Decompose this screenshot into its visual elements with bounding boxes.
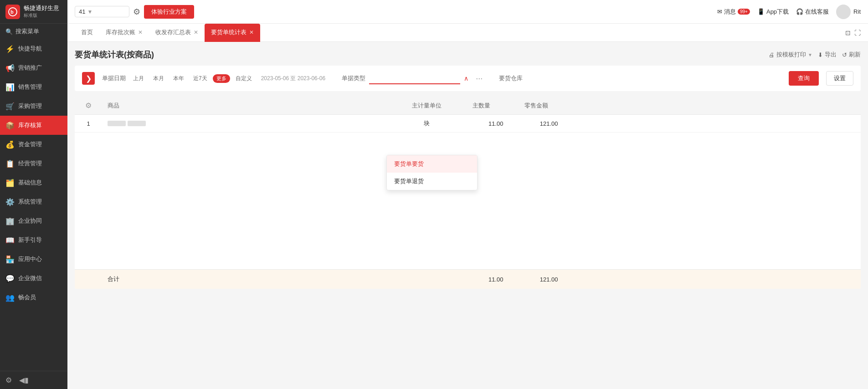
sidebar-logo: b 畅捷通好生意 标准版 xyxy=(0,0,67,24)
table-col-unit: 主计量单位 xyxy=(400,97,454,114)
member-label: 畅会员 xyxy=(18,293,36,302)
date-btn-custom[interactable]: 自定义 xyxy=(232,73,256,84)
sidebar-item-inventory[interactable]: 📦 库存核算 xyxy=(0,116,67,135)
online-service-label: 在线客服 xyxy=(805,8,829,16)
footer-cell-qty: 11.00 xyxy=(454,270,509,289)
dropdown-item-order-goods[interactable]: 要货单要货 xyxy=(387,155,477,173)
store-dropdown-arrow: ▼ xyxy=(87,9,92,15)
app-download-button[interactable]: 📱 App下载 xyxy=(757,8,789,16)
tab-receivable-summary[interactable]: 收发存汇总表 ✕ xyxy=(149,24,205,42)
date-btn-last-7-days[interactable]: 近7天 xyxy=(190,73,211,84)
tab-requisition-stats[interactable]: 要货单统计表 ✕ xyxy=(205,24,260,42)
settings-button[interactable]: 设置 xyxy=(826,71,853,86)
sidebar-item-quick-nav[interactable]: ⚡ 快捷导航 xyxy=(0,39,67,58)
table-col-amount: 零售金额 xyxy=(509,97,564,114)
print-dropdown-icon: ▼ xyxy=(808,52,812,57)
topbar: 41 ▼ ⚙ 体验行业方案 ✉ 消息 99+ 📱 App下载 🎧 在线客服 R xyxy=(67,0,868,24)
date-range-display: 2023-05-06 至 2023-06-06 xyxy=(261,75,325,82)
sidebar-item-operation[interactable]: 📋 经营管理 xyxy=(0,154,67,173)
sidebar-item-enterprise[interactable]: 🏢 企业协同 xyxy=(0,211,67,230)
type-filter-label: 单据类型 xyxy=(342,74,365,82)
sidebar-item-purchase[interactable]: 🛒 采购管理 xyxy=(0,97,67,116)
sidebar: b 畅捷通好生意 标准版 🔍 搜索菜单 ⚡ 快捷导航 📢 营销推广 📊 销售管理… xyxy=(0,0,67,389)
tab-requisition-stats-close[interactable]: ✕ xyxy=(249,29,254,36)
quick-nav-label: 快捷导航 xyxy=(18,45,42,53)
date-btn-last-month[interactable]: 上月 xyxy=(129,73,148,84)
sidebar-item-finance[interactable]: 💰 资金管理 xyxy=(0,135,67,154)
wechat-icon: 💬 xyxy=(5,274,15,283)
tab-inventory-batch-close[interactable]: ✕ xyxy=(138,29,143,36)
industry-solution-button[interactable]: 体验行业方案 xyxy=(144,5,194,19)
footer-cell-amount: 121.00 xyxy=(509,270,564,289)
tab-receivable-summary-label: 收发存汇总表 xyxy=(155,28,191,36)
data-table: ⚙ 商品 主计量单位 主数量 零售金额 1 xyxy=(75,97,861,289)
sidebar-item-basic[interactable]: 🗂️ 基础信息 xyxy=(0,173,67,192)
page-title: 要货单统计表(按商品) xyxy=(75,49,154,60)
inventory-label: 库存核算 xyxy=(18,121,42,129)
sidebar-item-member[interactable]: 👥 畅会员 xyxy=(0,288,67,307)
sidebar-item-wechat[interactable]: 💬 企业微信 xyxy=(0,269,67,288)
footer-cell-index xyxy=(75,270,102,289)
inventory-icon: 📦 xyxy=(5,121,15,130)
export-button[interactable]: ⬇ 导出 xyxy=(818,51,837,59)
table-col-extra xyxy=(564,97,861,114)
sidebar-item-system[interactable]: ⚙️ 系统管理 xyxy=(0,192,67,211)
print-label: 按模板打印 xyxy=(776,51,806,59)
search-menu-item[interactable]: 🔍 搜索菜单 xyxy=(0,24,67,39)
cell-unit-1: 块 xyxy=(400,115,454,132)
online-service-button[interactable]: 🎧 在线客服 xyxy=(796,8,829,16)
collapse-sidebar-icon[interactable]: ◀▮ xyxy=(19,376,29,384)
warehouse-filter-label: 要货仓库 xyxy=(499,74,523,82)
tab-receivable-summary-close[interactable]: ✕ xyxy=(194,29,198,36)
type-dropdown-overlay: 要货单要货 要货单退货 xyxy=(386,155,478,190)
sidebar-item-appstore[interactable]: 🏪 应用中心 xyxy=(0,250,67,269)
marketing-icon: 📢 xyxy=(5,63,15,72)
filter-toggle-icon: ❯ xyxy=(86,74,92,83)
print-button[interactable]: 🖨 按模板打印 ▼ xyxy=(769,51,812,59)
settings-footer-icon[interactable]: ⚙ xyxy=(5,376,12,384)
sidebar-item-guide[interactable]: 📖 新手引导 xyxy=(0,230,67,250)
date-btn-more[interactable]: 更多 xyxy=(213,74,230,83)
tab-inventory-batch[interactable]: 库存批次账 ✕ xyxy=(99,24,149,42)
table-column-settings-icon[interactable]: ⚙ xyxy=(75,97,102,114)
footer-cell-extra xyxy=(564,270,861,289)
filter-more-options[interactable]: ··· xyxy=(476,74,483,83)
purchase-label: 采购管理 xyxy=(18,102,42,110)
refresh-button[interactable]: ↺ 刷新 xyxy=(842,51,861,59)
query-button[interactable]: 查询 xyxy=(789,71,819,86)
dropdown-item-order-return[interactable]: 要货单退货 xyxy=(387,173,477,190)
tab-expand-area: ⊡ ⛶ xyxy=(845,29,861,36)
filter-toggle-button[interactable]: ❯ xyxy=(82,72,95,85)
store-selector[interactable]: 41 ▼ xyxy=(75,6,129,17)
tab-home[interactable]: 首页 xyxy=(75,24,99,42)
store-name: 41 xyxy=(79,8,85,15)
wechat-label: 企业微信 xyxy=(18,274,42,282)
topbar-gear-icon[interactable]: ⚙ xyxy=(133,7,140,17)
quick-nav-icon: ⚡ xyxy=(5,44,15,53)
messages-label: 消息 xyxy=(724,8,736,16)
type-filter-input[interactable] xyxy=(369,73,460,84)
guide-label: 新手引导 xyxy=(18,236,42,244)
sidebar-item-marketing[interactable]: 📢 营销推广 xyxy=(0,58,67,77)
messages-button[interactable]: ✉ 消息 99+ xyxy=(717,8,750,16)
table-col-product: 商品 xyxy=(102,97,400,114)
sidebar-item-sales[interactable]: 📊 销售管理 xyxy=(0,77,67,97)
tab-fullscreen-icon[interactable]: ⛶ xyxy=(854,29,861,36)
user-profile[interactable]: Rit xyxy=(836,5,861,19)
col-unit-label: 主计量单位 xyxy=(412,102,442,110)
row-index-1: 1 xyxy=(87,120,90,127)
refresh-label: 刷新 xyxy=(849,51,861,59)
footer-amount-value: 121.00 xyxy=(540,276,558,283)
date-btn-this-month[interactable]: 本月 xyxy=(149,73,168,84)
tab-window-icon[interactable]: ⊡ xyxy=(845,29,851,36)
page-header-actions: 🖨 按模板打印 ▼ ⬇ 导出 ↺ 刷新 xyxy=(769,51,861,59)
sales-label: 销售管理 xyxy=(18,83,42,91)
search-menu-label: 搜索菜单 xyxy=(15,27,39,36)
export-label: 导出 xyxy=(825,51,837,59)
date-btn-this-year[interactable]: 本年 xyxy=(169,73,188,84)
messages-icon: ✉ xyxy=(717,8,722,15)
tab-inventory-batch-label: 库存批次账 xyxy=(106,28,135,36)
type-filter-arrow[interactable]: ∧ xyxy=(464,75,468,82)
date-filter-label: 单据日期 xyxy=(102,74,126,82)
operation-label: 经营管理 xyxy=(18,159,42,168)
